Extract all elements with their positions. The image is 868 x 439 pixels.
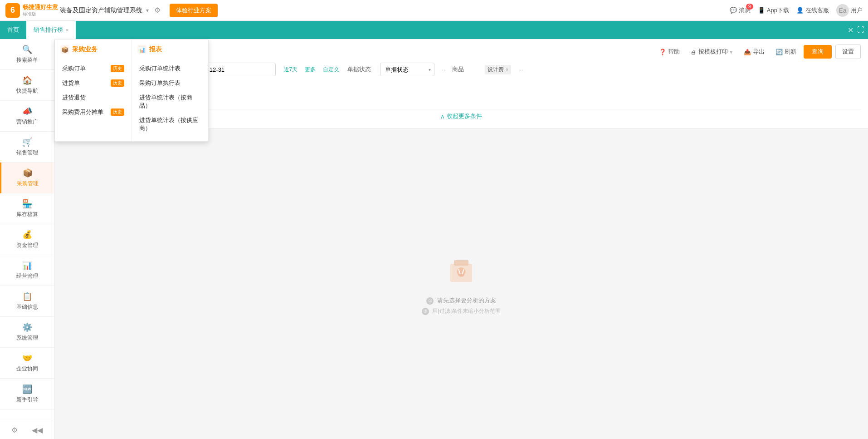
- dropdown-item-expense[interactable]: 采购费用分摊单 历史: [60, 105, 126, 119]
- user-item[interactable]: Ea 用户: [836, 4, 863, 17]
- status-more-dots[interactable]: ···: [442, 66, 447, 73]
- notification-badge: 9: [746, 4, 753, 10]
- tab-fullscreen-icon[interactable]: ⛶: [857, 26, 864, 34]
- goods-more-dots[interactable]: ···: [518, 66, 523, 73]
- help-label: 帮助: [668, 48, 680, 56]
- dropdown-purchase-title: 📦 采购业务: [60, 45, 126, 57]
- system-icon: ⚙️: [22, 322, 32, 332]
- print-button[interactable]: 🖨 按模板打印 ▾: [687, 46, 736, 58]
- tab-bar-right: ✕ ⛶: [848, 26, 868, 35]
- system-title-area: 装备及固定资产辅助管理系统 ▾ ⚙ 体验行业方案: [60, 4, 730, 17]
- dropdown-item-incoming-stat-supplier[interactable]: 进货单统计表（按供应商）: [137, 113, 203, 136]
- sidebar-item-purchase[interactable]: 📦 采购管理: [0, 163, 54, 193]
- export-icon: 📤: [744, 49, 751, 55]
- date-quick-custom[interactable]: 自定义: [320, 65, 342, 74]
- help-button[interactable]: ❓ 帮助: [655, 46, 683, 58]
- history-badge-expense: 历史: [111, 109, 124, 116]
- goods-tag-close[interactable]: ×: [506, 67, 508, 72]
- sidebar-cooperation-label: 企业协同: [16, 365, 38, 373]
- dropdown-item-incoming-stat-goods[interactable]: 进货单统计表（按商品）: [137, 90, 203, 113]
- sidebar-settings-icon[interactable]: ⚙: [11, 426, 18, 434]
- logo-icon: 6: [5, 3, 20, 18]
- svg-point-5: [458, 274, 464, 276]
- sidebar-item-sales[interactable]: 🛒 销售管理: [0, 132, 54, 163]
- sidebar-finance-label: 资金管理: [16, 242, 38, 249]
- goods-label: 商品: [452, 65, 479, 74]
- dropdown-item-return[interactable]: 进货退货: [60, 90, 126, 105]
- date-quick-7days[interactable]: 近7天: [281, 65, 301, 74]
- sidebar-bottom: ⚙ ◀◀: [0, 421, 54, 439]
- online-service-label: 在线客服: [805, 6, 829, 15]
- empty-hint1: ① 请先选择要分析的方案: [426, 296, 496, 305]
- dropdown-item-purchase-stat[interactable]: 采购订单统计表: [137, 61, 203, 76]
- collapse-label: 收起更多条件: [447, 112, 482, 120]
- tab-sales-ranking[interactable]: 销售排行榜 ×: [26, 21, 76, 39]
- edition-label: 标准版: [23, 11, 58, 17]
- dropdown-report-title: 📊 报表: [137, 45, 203, 57]
- sidebar-inventory-label: 库存核算: [16, 211, 38, 218]
- svg-rect-1: [454, 260, 468, 266]
- empty-num2: ②: [422, 308, 429, 315]
- sidebar-quicknav-label: 快捷导航: [16, 87, 38, 95]
- top-right-area: 💬 消息 9 📱 App下载 👤 在线客服 Ea 用户: [730, 4, 863, 17]
- tab-home[interactable]: 首页: [0, 21, 26, 39]
- logo-area: 6 畅捷通好生意 标准版: [5, 3, 60, 18]
- empty-num1: ①: [426, 297, 434, 305]
- sidebar-item-cooperation[interactable]: 🤝 企业协同: [0, 348, 54, 379]
- tab-close-icon[interactable]: ×: [66, 27, 68, 33]
- top-settings-icon[interactable]: ⚙: [154, 6, 161, 15]
- sidebar-item-system[interactable]: ⚙️ 系统管理: [0, 317, 54, 348]
- goods-tag-text: 设计费: [488, 66, 504, 74]
- dropdown-item-purchase-exec[interactable]: 采购订单执行表: [137, 76, 203, 90]
- purchase-section-icon: 📦: [60, 45, 69, 54]
- sales-icon: 🛒: [22, 137, 32, 147]
- search-menu-icon: 🔍: [22, 44, 32, 54]
- empty-state: ① 请先选择要分析的方案 ② 用[过滤]条件来缩小分析范围: [54, 129, 868, 439]
- operations-icon: 📊: [22, 261, 32, 271]
- sidebar-item-basicinfo[interactable]: 📋 基础信息: [0, 286, 54, 317]
- query-button[interactable]: 查询: [804, 45, 832, 59]
- collapse-up-icon: ∧: [440, 113, 445, 120]
- tab-sales-ranking-label: 销售排行榜: [34, 26, 63, 34]
- print-arrow: ▾: [730, 49, 733, 55]
- print-icon: 🖨: [691, 49, 697, 55]
- export-button[interactable]: 📤 导出: [740, 46, 768, 58]
- guide-icon: 🆕: [22, 384, 32, 394]
- sidebar-item-marketing[interactable]: 📣 营销推广: [0, 101, 54, 132]
- purchase-icon: 📦: [23, 168, 33, 178]
- settings-button[interactable]: 设置: [835, 44, 861, 59]
- dropdown-report-col: 📊 报表 采购订单统计表 采购订单执行表 进货单统计表（按商品） 进货单统计表（…: [132, 39, 209, 141]
- tab-bar: 首页 销售排行榜 × ✕ ⛶: [0, 21, 868, 39]
- date-quick-more[interactable]: 更多: [302, 65, 318, 74]
- industry-button[interactable]: 体验行业方案: [170, 4, 218, 17]
- inventory-icon: 🏪: [22, 199, 32, 209]
- sidebar-search-label: 搜索菜单: [16, 56, 38, 64]
- sidebar-item-finance[interactable]: 💰 资金管理: [0, 224, 54, 255]
- app-download-label: App下载: [767, 6, 789, 15]
- quicknav-icon: 🏠: [22, 75, 32, 85]
- collapse-button[interactable]: ∧ 收起更多条件: [440, 112, 482, 120]
- sidebar-basicinfo-label: 基础信息: [16, 303, 38, 311]
- refresh-button[interactable]: 🔄 刷新: [772, 46, 800, 58]
- notification-item[interactable]: 💬 消息 9: [730, 6, 751, 15]
- phone-icon: 📱: [758, 7, 765, 14]
- status-select[interactable]: 单据状态: [380, 63, 434, 76]
- sidebar-item-guide[interactable]: 🆕 新手引导: [0, 379, 54, 409]
- dropdown-item-purchase-order[interactable]: 采购订单 历史: [60, 61, 126, 76]
- empty-state-illustration: [443, 253, 479, 289]
- sidebar-item-quicknav[interactable]: 🏠 快捷导航: [0, 70, 54, 101]
- title-dropdown-arrow[interactable]: ▾: [146, 7, 149, 14]
- print-label: 按模板打印: [698, 48, 728, 56]
- app-download-item[interactable]: 📱 App下载: [758, 6, 789, 15]
- export-label: 导出: [753, 48, 765, 56]
- sidebar-item-operations[interactable]: 📊 经营管理: [0, 255, 54, 286]
- goods-tag: 设计费 ×: [485, 65, 511, 74]
- help-icon: ❓: [659, 49, 666, 55]
- sidebar-collapse-icon[interactable]: ◀◀: [32, 426, 43, 434]
- dropdown-purchase-col: 📦 采购业务 采购订单 历史 进货单 历史 进货退货 采购费用分摊单 历史: [55, 39, 132, 141]
- sidebar-item-search[interactable]: 🔍 搜索菜单: [0, 39, 54, 70]
- dropdown-item-incoming[interactable]: 进货单 历史: [60, 76, 126, 90]
- sidebar-item-inventory[interactable]: 🏪 库存核算: [0, 193, 54, 224]
- tab-close-all-icon[interactable]: ✕: [848, 26, 853, 35]
- online-service-item[interactable]: 👤 在线客服: [796, 6, 829, 15]
